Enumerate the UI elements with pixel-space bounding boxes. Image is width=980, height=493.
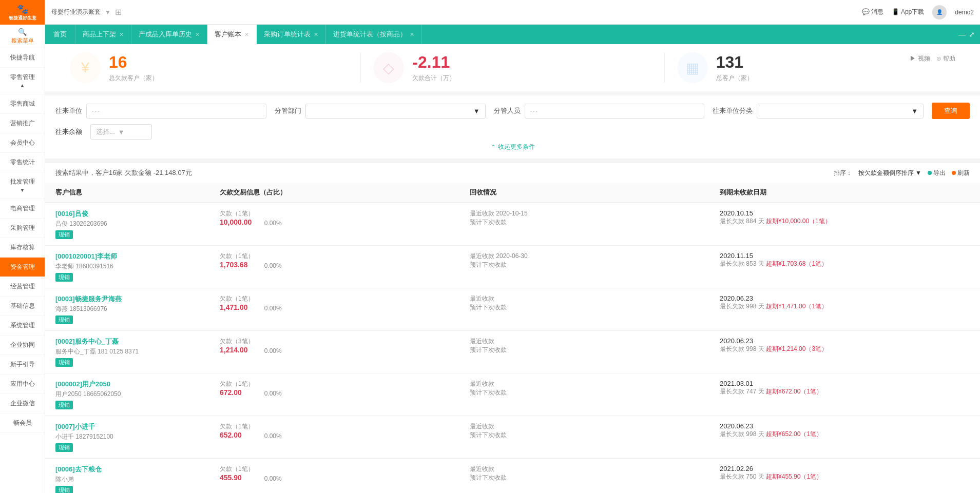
sidebar-item-retail-stats[interactable]: 零售统计: [0, 153, 45, 172]
sidebar-item-retail-mall[interactable]: 零售商城: [0, 94, 45, 114]
refresh-btn[interactable]: 刷新: [952, 169, 970, 178]
sidebar-item-retail-mgmt[interactable]: 零售管理 ▲: [0, 68, 45, 94]
sidebar-item-purchase[interactable]: 采购管理: [0, 219, 45, 238]
overdue-amount[interactable]: 超期¥1,471.00（1笔）: [766, 303, 828, 310]
debt-customers-icon: ¥: [70, 52, 101, 83]
filter-row-1: 往来单位 ··· 分管部门 ▼ 分管人员 ···: [55, 103, 970, 119]
help-btn[interactable]: ⊙ 帮助: [936, 54, 955, 63]
query-button[interactable]: 查询: [932, 103, 970, 119]
tab-close-icon[interactable]: ✕: [119, 31, 124, 38]
last-collect: 最近收款 2020-10-15: [470, 209, 720, 218]
topbar-left: 母婴行业演示账套 ▼ ⊞: [51, 7, 122, 17]
table-row: [0006]去下粮仓 陈小弟 现销 欠款（1笔） 455.90 0.00% 最近…: [45, 459, 980, 493]
customer-name[interactable]: [0003]畅捷服务尹海燕: [55, 294, 220, 304]
export-btn[interactable]: 导出: [928, 169, 946, 178]
message-btn[interactable]: 💬 消息: [862, 8, 883, 16]
overdue-amount[interactable]: 超期¥1,214.00（3笔）: [766, 345, 828, 352]
customer-info-cell: [0001020001]李老师 李老师 18600391516 现销: [55, 252, 220, 282]
customer-name[interactable]: [0006]去下粮仓: [55, 465, 220, 474]
sidebar-item-inventory[interactable]: 库存核算: [0, 238, 45, 258]
sidebar-item-search[interactable]: 🔍 搜索菜单: [0, 25, 45, 48]
customer-name[interactable]: [000002]用户2050: [55, 380, 220, 389]
debt-count: 欠款（3笔）: [220, 337, 254, 346]
tab-production-history[interactable]: 产成品入库单历史 ✕: [131, 25, 207, 44]
sidebar-item-ecommerce[interactable]: 电商管理: [0, 199, 45, 219]
due-date-cell: 2020.10.15 最长欠款 884 天 超期¥10,000.00（1笔）: [720, 209, 970, 239]
overdue-amount[interactable]: 超期¥1,703.68（1笔）: [766, 260, 828, 267]
app-logo: 🐾 畅捷通好生意: [0, 0, 45, 25]
col-debt-info: 欠款交易信息（占比）: [220, 188, 470, 197]
overdue-amount[interactable]: 超期¥10,000.00（1笔）: [766, 218, 831, 225]
sort-select[interactable]: 按欠款金额倒序排序 ▼: [858, 169, 921, 178]
customer-info-cell: [0006]去下粮仓 陈小弟 现销: [55, 465, 220, 493]
filter-row-2: 往来余额 选择... ▼: [55, 124, 970, 140]
customer-badge: 现销: [55, 315, 73, 324]
avatar[interactable]: 👤: [932, 5, 947, 19]
customer-contact: 小进千 18279152100: [55, 432, 220, 441]
debt-customers-label: 总欠款客户（家）: [109, 74, 348, 83]
sidebar-item-quick-nav[interactable]: 快捷导航: [0, 48, 45, 68]
maximize-icon[interactable]: ⤢: [969, 30, 975, 38]
collection-cell: 最近收款 预计下次收款: [470, 294, 720, 324]
app-download-btn[interactable]: 📱 App下载: [892, 8, 924, 16]
collapse-filter-btn[interactable]: ⌃ 收起更多条件: [55, 143, 970, 151]
tab-product-listing[interactable]: 商品上下架 ✕: [75, 25, 131, 44]
table-row: [000002]用户2050 用户2050 18665062050 现销 欠款（…: [45, 373, 980, 416]
sidebar-item-wholesale[interactable]: 批发管理 ▼: [0, 172, 45, 199]
sidebar-item-basic-info[interactable]: 基础信息: [0, 297, 45, 316]
sidebar-item-beginner[interactable]: 新手引导: [0, 355, 45, 374]
tab-purchase-order-stats[interactable]: 采购订单统计表 ✕: [257, 25, 326, 44]
customer-name[interactable]: [0002]服务中心_丁磊: [55, 337, 220, 346]
tab-close-icon[interactable]: ✕: [195, 31, 200, 38]
next-collect: 预计下次收款: [470, 346, 720, 354]
table-row: [0016]吕俊 吕俊 13026203696 现销 欠款（1笔） 10,000…: [45, 203, 980, 246]
debt-count: 欠款（1笔）: [220, 252, 254, 261]
tab-customer-ledger[interactable]: 客户账本 ✕: [207, 25, 257, 44]
unit-category-select[interactable]: ▼: [757, 104, 924, 119]
tab-close-icon[interactable]: ✕: [314, 31, 318, 38]
customer-name[interactable]: [0016]吕俊: [55, 209, 220, 219]
total-customers-label: 总客户（家）: [716, 74, 902, 83]
video-help-btn[interactable]: ▶ 视频: [910, 54, 930, 63]
tabbar: 首页 商品上下架 ✕ 产成品入库单历史 ✕ 客户账本 ✕ 采购订单统计表 ✕ 进…: [45, 25, 980, 44]
balance-select[interactable]: 选择... ▼: [90, 124, 152, 140]
source-unit-input[interactable]: ···: [86, 104, 266, 119]
stat-info-total: -2.11 欠款合计（万）: [412, 53, 651, 83]
tab-close-icon[interactable]: ✕: [244, 31, 249, 38]
tab-close-icon[interactable]: ✕: [410, 31, 414, 38]
result-info-bar: 搜索结果中，客户16家 欠款金额 -21,148.07元 排序： 按欠款金额倒序…: [45, 163, 980, 183]
dept-label: 分管部门: [275, 106, 301, 115]
total-debt-label: 欠款合计（万）: [412, 74, 651, 83]
tab-home[interactable]: 首页: [45, 25, 75, 44]
customer-name[interactable]: [0001020001]李老师: [55, 252, 220, 261]
minimize-icon[interactable]: —: [958, 30, 966, 38]
sidebar-item-enterprise-wechat[interactable]: 企业微信: [0, 394, 45, 413]
tab-incoming-stats[interactable]: 进货单统计表（按商品） ✕: [326, 25, 422, 44]
sidebar-item-finance[interactable]: 资金管理: [0, 258, 45, 277]
sidebar-item-system[interactable]: 系统管理: [0, 316, 45, 336]
dept-select[interactable]: ▼: [305, 104, 486, 119]
sidebar-item-app-center[interactable]: 应用中心: [0, 374, 45, 394]
customer-name[interactable]: [0007]小进千: [55, 422, 220, 431]
col-collection: 回收情况: [470, 188, 720, 197]
debt-count: 欠款（1笔）: [220, 465, 254, 474]
last-collect: 最近收款: [470, 422, 720, 431]
collection-cell: 最近收款 预计下次收款: [470, 337, 720, 367]
overdue-amount[interactable]: 超期¥672.00（1笔）: [766, 388, 822, 395]
overdue-amount[interactable]: 超期¥652.00（1笔）: [766, 430, 822, 438]
sidebar-item-marketing[interactable]: 营销推广: [0, 114, 45, 133]
collection-cell: 最近收款 2020-06-30 预计下次收款: [470, 252, 720, 282]
sidebar-item-operations[interactable]: 经营管理: [0, 277, 45, 297]
overdue-amount[interactable]: 超期¥455.90（1笔）: [766, 473, 822, 480]
overdue-days: 最长欠款 750 天 超期¥455.90（1笔）: [720, 472, 970, 481]
due-date: 2020.10.15: [720, 209, 970, 217]
sidebar-item-enterprise-collab[interactable]: 企业协同: [0, 336, 45, 355]
sidebar-item-member[interactable]: 会员中心: [0, 133, 45, 153]
username: demo2: [955, 9, 974, 16]
due-date: 2021.02.26: [720, 465, 970, 472]
sidebar-item-member-plus[interactable]: 畅会员: [0, 413, 45, 433]
tab-window-actions: — ⤢: [953, 25, 980, 44]
chevron-up-icon: ⌃: [491, 144, 496, 151]
refresh-icon: [952, 171, 956, 175]
person-input[interactable]: ···: [525, 104, 705, 119]
